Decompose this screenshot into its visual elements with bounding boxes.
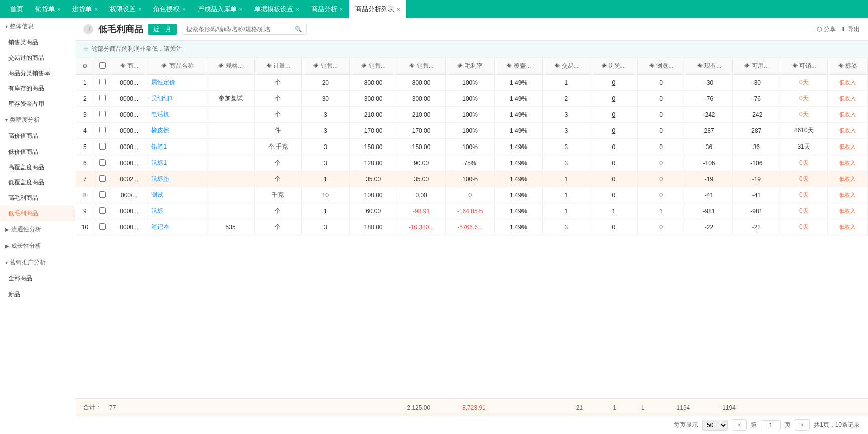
page-header: 《 低毛利商品 近一月 🔍 ⬡ 分享 ⬆ 导出 [75,18,868,41]
row-unit: 件 [254,123,302,139]
row-checkbox[interactable] [99,95,106,101]
select-all-checkbox[interactable] [99,62,106,69]
page-number-input[interactable] [761,420,781,430]
search-icon[interactable]: 🔍 [295,26,302,33]
col-setting[interactable]: ⚙ [75,58,95,75]
col-name[interactable]: ◈ 商品名称 [148,58,207,75]
row-view1[interactable]: 0 [590,155,637,171]
nav-permission[interactable]: 权限设置 × [104,0,147,18]
total-sale-profit: -8,723.91 [460,404,486,411]
nav-product-in[interactable]: 产成品入库单 × [192,0,248,18]
table-row: 3 0000... 电话机 个 3 210.00 210.00 100% 1.4… [75,107,868,123]
sidebar-item-stock-goods[interactable]: 有库存的商品 [0,81,75,96]
col-view2[interactable]: ◈ 浏览... [637,58,685,75]
close-icon[interactable]: × [296,6,299,12]
col-tag[interactable]: ◈ 标签 [828,58,868,75]
row-name[interactable]: 鼠标 [148,203,207,219]
col-sale-profit[interactable]: ◈ 销售... [397,58,446,75]
row-name[interactable]: 橡皮擦 [148,123,207,139]
row-sale-profit: -98.91 [397,203,446,219]
close-icon[interactable]: × [182,6,185,12]
row-view1[interactable]: 0 [590,171,637,187]
row-salable: 0天 [780,219,828,235]
sidebar-group-cluster[interactable]: ▾ 类群度分析 [0,112,75,128]
row-name[interactable]: 电话机 [148,107,207,123]
close-icon[interactable]: × [397,6,400,12]
col-sale-amount[interactable]: ◈ 销售... [350,58,397,75]
row-checkbox[interactable] [99,175,106,182]
sidebar-item-sales-goods[interactable]: 销售类商品 [0,35,75,50]
row-name[interactable]: 属性定价 [148,75,207,91]
row-checkbox[interactable] [99,207,106,214]
sidebar-group-flow[interactable]: ▶ 流通性分析 [0,221,75,238]
sidebar-item-category-rate[interactable]: 商品分类销售率 [0,66,75,81]
nav-product-analysis[interactable]: 商品分析 × [305,0,349,18]
col-gross-rate[interactable]: ◈ 毛利率 [446,58,495,75]
col-unit[interactable]: ◈ 计量... [254,58,302,75]
row-checkbox[interactable] [99,143,106,150]
close-icon[interactable]: × [94,6,97,12]
nav-template[interactable]: 单据模板设置 × [248,0,305,18]
col-view1[interactable]: ◈ 浏览... [590,58,637,75]
row-view1[interactable]: 0 [590,139,637,155]
sidebar-group-growth[interactable]: ▶ 成长性分析 [0,238,75,254]
col-coverage[interactable]: ◈ 覆盖... [495,58,543,75]
col-usable[interactable]: ◈ 可用... [733,58,780,75]
nav-purchase[interactable]: 进货单 × [66,0,103,18]
row-view1[interactable]: 0 [590,75,637,91]
col-trade[interactable]: ◈ 交易... [542,58,590,75]
sidebar-item-traded-goods[interactable]: 交易过的商品 [0,50,75,66]
sidebar-item-low-margin[interactable]: 低毛利商品 [0,206,75,221]
close-icon[interactable]: × [57,6,60,12]
total-label: 合计： [83,403,101,412]
sidebar-item-high-coverage[interactable]: 高覆盖度商品 [0,160,75,175]
sidebar-item-high-value[interactable]: 高价值商品 [0,128,75,144]
row-checkbox[interactable] [99,79,106,85]
sidebar-group-overall[interactable]: ▾ 整体信息 [0,18,75,35]
row-checkbox[interactable] [99,159,106,166]
nav-sales[interactable]: 销货单 × [29,0,66,18]
nav-product-analysis-list[interactable]: 商品分析列表 × [349,0,406,18]
collapse-sidebar-button[interactable]: 《 [83,24,93,34]
row-view1[interactable]: 1 [590,203,637,219]
sidebar-item-stock-capital[interactable]: 库存资金占用 [0,96,75,112]
col-sale-count[interactable]: ◈ 销售... [302,58,350,75]
row-checkbox[interactable] [99,191,106,198]
next-page-button[interactable]: ＞ [795,419,810,431]
row-name[interactable]: 笔记本 [148,219,207,235]
sidebar-item-new-goods[interactable]: 新品 [0,286,75,302]
row-checkbox[interactable] [99,127,106,133]
row-view1[interactable]: 0 [590,91,637,107]
col-code[interactable]: ◈ 商... [110,58,148,75]
row-checkbox[interactable] [99,111,106,117]
nav-home[interactable]: 首页 [4,0,29,18]
row-name[interactable]: 鼠标垫 [148,171,207,187]
sidebar-item-low-coverage[interactable]: 低覆盖度商品 [0,175,75,190]
export-button[interactable]: ⬆ 导出 [841,25,860,34]
row-name[interactable]: 测试 [148,187,207,203]
search-input[interactable] [186,26,295,33]
filter-recent-month-button[interactable]: 近一月 [148,24,177,35]
row-checkbox[interactable] [99,223,106,230]
col-salable[interactable]: ◈ 可销... [780,58,828,75]
col-spec[interactable]: ◈ 规格... [207,58,254,75]
close-icon[interactable]: × [239,6,242,12]
col-current[interactable]: ◈ 现有... [685,58,733,75]
sidebar-group-marketing[interactable]: ▾ 营销推广分析 [0,254,75,271]
row-name[interactable]: 铅笔1 [148,139,207,155]
nav-role[interactable]: 角色授权 × [147,0,191,18]
row-view1[interactable]: 0 [590,219,637,235]
per-page-select[interactable]: 50 100 200 [702,420,728,431]
row-view1[interactable]: 0 [590,123,637,139]
row-name[interactable]: 鼠标1 [148,155,207,171]
share-button[interactable]: ⬡ 分享 [817,25,836,34]
prev-page-button[interactable]: ＜ [732,419,747,431]
row-name[interactable]: 吴细细1 [148,91,207,107]
row-view1[interactable]: 0 [590,107,637,123]
close-icon[interactable]: × [138,6,141,12]
sidebar-item-low-value[interactable]: 低价值商品 [0,144,75,160]
row-view1[interactable]: 0 [590,187,637,203]
sidebar-item-all-goods[interactable]: 全部商品 [0,271,75,286]
close-icon[interactable]: × [340,6,343,12]
sidebar-item-high-margin[interactable]: 高毛利商品 [0,190,75,206]
